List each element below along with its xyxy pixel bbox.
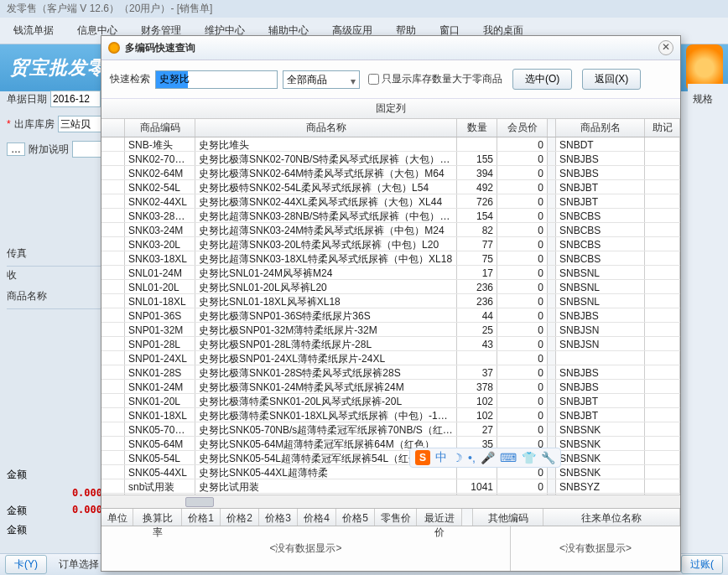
table-row[interactable]: SNK03-20L史努比超薄SNK03-20L特柔风琴式纸尿裤（中包）L2077… (101, 237, 680, 251)
row-selector[interactable] (101, 308, 125, 322)
sub-col[interactable]: 价格2 (221, 509, 259, 526)
row-selector[interactable] (101, 180, 125, 194)
ime-moon-icon[interactable]: ☽ (452, 451, 463, 464)
table-row[interactable]: SNK02-54L史努比极特SNK02-54L柔风琴式纸尿裤（大包）L54492… (101, 180, 680, 194)
row-selector[interactable] (101, 294, 125, 308)
row-selector[interactable] (101, 266, 125, 279)
row-selector[interactable] (101, 380, 125, 393)
sub-col-right[interactable]: 其他编码 (473, 509, 543, 526)
cell-gap (548, 166, 556, 179)
sogou-icon[interactable]: S (415, 450, 430, 465)
row-selector[interactable] (101, 408, 125, 422)
table-row[interactable]: SNP01-24XL史努比极SNP01-24XL薄特柔纸尿片-24XL0 (101, 351, 680, 365)
cell-alias: SNBSNL (556, 280, 645, 293)
row-selector[interactable] (101, 166, 125, 179)
table-row[interactable]: SNP01-28L史努比极SNP01-28L薄特柔纸尿片-28L430SNBJS… (101, 337, 680, 351)
back-button[interactable]: 返回(X) (582, 69, 641, 90)
ime-toolbar[interactable]: S 中 ☽ •, 🎤 ⌨ 👕 🔧 (409, 448, 561, 468)
dialog-titlebar[interactable]: 多编码快速查询 ✕ (101, 36, 680, 60)
close-icon[interactable]: ✕ (658, 40, 673, 55)
row-selector[interactable] (101, 152, 125, 165)
sub-col[interactable]: 价格5 (336, 509, 375, 526)
row-selector[interactable] (101, 437, 125, 450)
nonzero-checkbox[interactable]: 只显示库存数量大于零商品 (368, 72, 502, 86)
col-member-price[interactable]: 会员价 (497, 119, 548, 137)
row-selector[interactable] (101, 194, 125, 208)
sub-col[interactable]: 单位 (101, 509, 133, 526)
table-row[interactable]: SNK01-24M史努比极薄SNK01-24M特柔风琴式纸尿裤24M3780SN… (101, 380, 680, 394)
col-code[interactable]: 商品编码 (125, 119, 195, 137)
col-alias[interactable]: 商品别名 (556, 119, 645, 137)
table-row[interactable]: SNK05-64M史努比SNK05-64M超薄特柔冠军纸尿裤64M（红色）350… (101, 437, 680, 451)
cell-alias: SNBJSN (556, 323, 645, 336)
table-row[interactable]: snb试用装史努比试用装10410SNBSYZ (101, 479, 680, 494)
horizontal-scrollbar[interactable] (101, 495, 680, 508)
ime-skin-icon[interactable]: 👕 (522, 451, 536, 464)
select-button[interactable]: 选中(O) (512, 69, 572, 90)
table-row[interactable]: SNL01-24M史努比SNL01-24M风琴裤M24170SNBSNL (101, 266, 680, 280)
ime-zhong[interactable]: 中 (435, 450, 447, 465)
table-row[interactable]: SNK01-20L史努比极薄特柔SNK01-20L风琴式纸尿裤-20L1020S… (101, 394, 680, 408)
sub-col[interactable]: 最近进价 (417, 509, 462, 526)
cell-help (645, 365, 680, 379)
category-select[interactable]: 全部商品 (283, 70, 360, 89)
row-selector[interactable] (101, 251, 125, 265)
row-selector[interactable] (101, 394, 125, 407)
sub-col[interactable]: 价格1 (182, 509, 221, 526)
sub-col[interactable]: 价格3 (259, 509, 298, 526)
nonzero-checkbox-input[interactable] (368, 74, 379, 85)
row-selector[interactable] (101, 280, 125, 293)
row-selector[interactable] (101, 422, 125, 436)
table-row[interactable]: SNK05-44XL史努比SNK05-44XL超薄特柔0SNBSNK (101, 465, 680, 479)
table-row[interactable]: SNP01-36S史努比极薄SNP01-36S特柔纸尿片36S440SNBJBS (101, 308, 680, 323)
row-selector[interactable] (101, 351, 125, 365)
ime-keyboard-icon[interactable]: ⌨ (500, 451, 517, 464)
card-button[interactable]: 卡(Y) (5, 555, 47, 574)
row-selector[interactable] (101, 323, 125, 336)
col-qty[interactable]: 数量 (457, 119, 497, 137)
cell-qty: 1041 (457, 479, 497, 493)
sub-col[interactable]: 零售价 (375, 509, 417, 526)
table-row[interactable]: SNK05-70NB/s史努比SNK05-70NB/s超薄特柔冠军纸尿裤70NB… (101, 422, 680, 437)
ime-comma-icon[interactable]: •, (468, 451, 476, 464)
sub-col-right[interactable]: 往来单位名称 (543, 509, 680, 526)
order-select-button[interactable]: 订单选择 (52, 556, 106, 573)
col-help[interactable]: 助记 (645, 119, 680, 137)
col-name[interactable]: 商品名称 (195, 119, 457, 137)
table-row[interactable]: SNP01-32M史努比极SNP01-32M薄特柔纸尿片-32M250SNBJS… (101, 323, 680, 337)
row-selector[interactable] (101, 365, 125, 379)
table-row[interactable]: SNK03-24M史努比超薄SNK03-24M特柔风琴式纸尿裤（中包）M2482… (101, 223, 680, 237)
table-row[interactable]: SNK01-18XL史努比极薄特柔SNK01-18XL风琴式纸尿裤（中包）-18… (101, 408, 680, 422)
sub-gap (462, 509, 473, 526)
grid-body[interactable]: SNB-堆头史努比堆头0SNBDTSNK02-70NB/S史努比极薄SNK02-… (101, 137, 680, 495)
table-row[interactable]: SNK02-44XL史努比极薄SNK02-44XL柔风琴式纸尿裤（大包）XL44… (101, 194, 680, 209)
row-selector[interactable] (101, 237, 125, 251)
search-input[interactable] (155, 70, 278, 89)
sub-col[interactable]: 换算比率 (133, 509, 182, 526)
row-selector[interactable] (101, 479, 125, 493)
ime-wrench-icon[interactable]: 🔧 (541, 451, 555, 464)
row-selector[interactable] (101, 337, 125, 350)
sub-col[interactable]: 价格4 (298, 509, 336, 526)
row-selector[interactable] (101, 465, 125, 479)
table-row[interactable]: SNL01-20L史努比SNL01-20L风琴裤L202360SNBSNL (101, 280, 680, 294)
table-row[interactable]: SNK02-64M史努比极薄SNK02-64M特柔风琴式纸尿裤（大包）M6439… (101, 166, 680, 180)
scrollbar-thumb[interactable] (185, 497, 214, 507)
table-row[interactable]: SNK03-28NB/S史努比超薄SNK03-28NB/S特柔风琴式纸尿裤（中包… (101, 209, 680, 223)
row-selector[interactable] (101, 223, 125, 236)
ime-mic-icon[interactable]: 🎤 (481, 451, 495, 464)
row-selector[interactable] (101, 451, 125, 464)
row-selector[interactable] (101, 209, 125, 222)
table-row[interactable]: SNK02-70NB/S史努比极薄SNK02-70NB/S特柔风琴式纸尿裤（大包… (101, 152, 680, 166)
menu-item[interactable]: 钱流单据 (2, 21, 65, 40)
table-row[interactable]: SNB-堆头史努比堆头0SNBDT (101, 137, 680, 152)
table-row[interactable]: SNL01-18XL史努比SNL01-18XL风琴裤XL182360SNBSNL (101, 294, 680, 308)
table-row[interactable]: SNK03-18XL史努比超薄SNK03-18XL特柔风琴式纸尿裤（中包）XL1… (101, 251, 680, 266)
ellipsis-button[interactable]: … (7, 142, 25, 156)
post-button[interactable]: 过账( (681, 555, 723, 574)
table-row[interactable]: SNK01-28S史努比极薄SNK01-28S特柔风琴式纸尿裤28S370SNB… (101, 365, 680, 380)
date-input[interactable] (50, 91, 101, 107)
row-selector[interactable] (101, 137, 125, 151)
table-row[interactable]: SNK05-54L史努比SNK05-54L超薄特柔冠军纸尿裤54L（红色）440… (101, 451, 680, 465)
col-selector[interactable] (101, 119, 125, 137)
